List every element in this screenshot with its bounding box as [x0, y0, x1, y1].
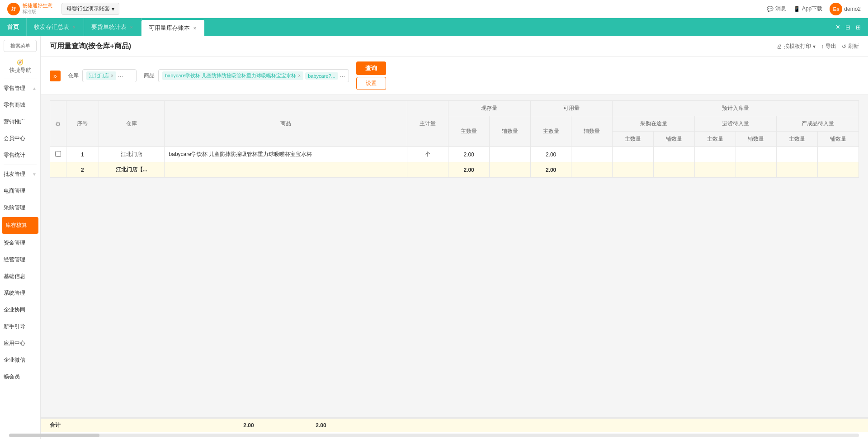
table-row: 1 江北门店 babycare学饮杯 儿童防摔防撞吸管杯重力球吸嘴杯宝宝水杯 个…	[50, 147, 859, 162]
filter-toggle-btn[interactable]: »	[50, 71, 61, 81]
tab-available-stock-close[interactable]: ×	[193, 25, 197, 32]
filter-product-tag1-close[interactable]: ×	[298, 73, 301, 78]
filter-warehouse-more[interactable]: ···	[118, 72, 123, 80]
user-avatar-area[interactable]: Ea demo2	[830, 3, 861, 15]
th-purchase-main: 主数量	[613, 132, 654, 147]
td-purchase-main-1	[613, 147, 654, 162]
query-btn[interactable]: 查询	[356, 61, 386, 75]
td-available-sub-1	[571, 147, 613, 162]
tab-receipt-label: 收发存汇总表	[34, 23, 69, 31]
th-available-sub: 辅数量	[571, 116, 613, 147]
sidebar-item-retail-mall[interactable]: 零售商城	[0, 97, 40, 113]
quick-nav-btn[interactable]: 🧭 快捷导航	[0, 56, 40, 78]
print-btn[interactable]: 🖨 按模板打印 ▾	[777, 42, 816, 50]
td-inbound-sub-2	[736, 162, 777, 178]
chevron-down-icon: ▾	[112, 6, 114, 12]
refresh-icon: ↺	[842, 43, 846, 50]
td-inbound-sub-1	[736, 147, 777, 162]
sidebar-item-retail[interactable]: 零售管理 ▲	[0, 80, 40, 97]
sidebar-item-member[interactable]: 会员中心	[0, 130, 40, 147]
logo-text: 畅捷通好生意	[23, 3, 52, 9]
sidebar-item-appstore[interactable]: 应用中心	[0, 335, 40, 352]
tab-home-label: 首页	[7, 23, 19, 31]
sidebar-item-basic[interactable]: 基础信息	[0, 268, 40, 285]
sidebar-item-collab[interactable]: 企业协同	[0, 302, 40, 318]
sidebar-item-wholesale[interactable]: 批发管理 ▼	[0, 166, 40, 183]
tab-maximize-btn[interactable]: ⊞	[854, 22, 863, 33]
td-unit-2	[407, 162, 448, 178]
app-download-btn[interactable]: 📱 App下载	[793, 5, 822, 13]
sidebar-item-operation[interactable]: 经营管理	[0, 251, 40, 268]
td-product-sub-2	[818, 162, 859, 178]
filter-product-input[interactable]: babycare学饮杯 儿童防摔防撞吸管杯重力球吸嘴杯宝宝水杯 × babyca…	[158, 69, 349, 82]
th-product-sub: 辅数量	[818, 132, 859, 147]
th-stock-sub: 辅数量	[489, 116, 530, 147]
tab-receipt[interactable]: 收发存汇总表 ×	[27, 18, 84, 36]
sum-available-main: 2.00	[303, 422, 339, 429]
td-checkbox-2	[50, 162, 66, 178]
th-product-main: 主数量	[777, 132, 818, 147]
td-no-1: 1	[66, 147, 99, 162]
sidebar-item-wechat[interactable]: 企业微信	[0, 352, 40, 368]
filter-product-tag1: babycare学饮杯 儿童防摔防撞吸管杯重力球吸嘴杯宝宝水杯 ×	[162, 71, 303, 80]
filter-warehouse-input[interactable]: 江北门店 × ···	[82, 69, 137, 82]
th-purchase-group: 采购在途量	[613, 116, 695, 132]
td-checkbox[interactable]	[50, 147, 66, 162]
filter-bar: » 仓库 江北门店 × ··· 商品 babycare学饮杯 儿童防摔防撞吸管杯…	[41, 57, 868, 95]
sidebar-item-member2[interactable]: 畅会员	[0, 368, 40, 385]
tab-receipt-close[interactable]: ×	[72, 24, 76, 31]
td-product-main-2	[777, 162, 818, 178]
sidebar-item-finance[interactable]: 资金管理	[0, 235, 40, 251]
sidebar-item-retail-stat[interactable]: 零售统计	[0, 147, 40, 164]
td-stock-sub-1	[489, 147, 530, 162]
tab-minimize-btn[interactable]: ⊟	[844, 22, 852, 33]
tab-order-stat[interactable]: 要货单统计表 ×	[84, 18, 142, 36]
tab-available-stock-label: 可用量库存账本	[149, 24, 190, 32]
td-warehouse-1: 江北门店	[99, 147, 164, 162]
row-checkbox-1[interactable]	[55, 151, 61, 157]
sum-label: 合计	[41, 421, 113, 429]
td-inbound-main-2	[694, 162, 736, 178]
filter-product-more[interactable]: ···	[340, 72, 345, 80]
th-available-group: 可用量	[530, 101, 613, 116]
industry-selector[interactable]: 母婴行业演示账套 ▾	[61, 3, 119, 15]
sidebar-item-marketing[interactable]: 营销推广	[0, 113, 40, 130]
tab-home[interactable]: 首页	[0, 18, 27, 36]
tab-close-all-btn[interactable]: ×	[834, 21, 842, 33]
setting-btn[interactable]: 设置	[356, 77, 386, 90]
th-stock-main: 主数量	[448, 116, 490, 147]
th-stock-group: 现存量	[448, 101, 531, 116]
sidebar-item-system[interactable]: 系统管理	[0, 285, 40, 302]
sidebar-item-ecom[interactable]: 电商管理	[0, 183, 40, 199]
chevron-down-icon-print: ▾	[813, 43, 816, 50]
phone-icon: 📱	[793, 6, 800, 12]
chevron-icon-retail: ▲	[32, 86, 37, 91]
td-inbound-main-1	[694, 147, 736, 162]
tab-order-stat-close[interactable]: ×	[129, 24, 134, 31]
scrollbar-track	[50, 434, 859, 437]
sidebar-item-newbie[interactable]: 新手引导	[0, 318, 40, 335]
sidebar-item-purchase[interactable]: 采购管理	[0, 199, 40, 216]
page-title: 可用量查询(按仓库+商品)	[50, 42, 131, 57]
export-btn[interactable]: ↑ 导出	[821, 42, 836, 50]
search-menu-btn[interactable]: 搜索菜单	[4, 40, 37, 52]
refresh-btn[interactable]: ↺ 刷新	[842, 42, 859, 50]
td-product-1: babycare学饮杯 儿童防摔防撞吸管杯重力球吸嘴杯宝宝水杯	[164, 147, 407, 162]
td-stock-main-1: 2.00	[448, 147, 490, 162]
tab-bar: 首页 收发存汇总表 × 要货单统计表 × 可用量库存账本 × × ⊟ ⊞	[0, 18, 868, 36]
gear-settings-icon[interactable]: ⚙	[55, 120, 61, 127]
tab-available-stock[interactable]: 可用量库存账本 ×	[142, 20, 204, 36]
top-bar: 好 畅捷通好生意 标准版 母婴行业演示账套 ▾ 💬 消息 📱 App下载 Ea …	[0, 0, 868, 18]
page-header: 可用量查询(按仓库+商品) 🖨 按模板打印 ▾ ↑ 导出 ↺ 刷新	[41, 36, 868, 57]
filter-warehouse-tag: 江北门店 ×	[86, 71, 116, 80]
message-btn[interactable]: 💬 消息	[767, 5, 786, 13]
message-icon: 💬	[767, 6, 774, 12]
sidebar-item-inventory[interactable]: 库存核算	[2, 217, 38, 234]
username-label: demo2	[844, 6, 861, 12]
th-purchase-sub: 辅数量	[654, 132, 695, 147]
scrollbar-thumb[interactable]	[41, 434, 99, 437]
filter-warehouse-tag-close[interactable]: ×	[111, 73, 113, 78]
td-stock-sub-2	[489, 162, 530, 178]
logo-area: 好 畅捷通好生意 标准版	[7, 3, 52, 15]
td-purchase-sub-1	[654, 147, 695, 162]
